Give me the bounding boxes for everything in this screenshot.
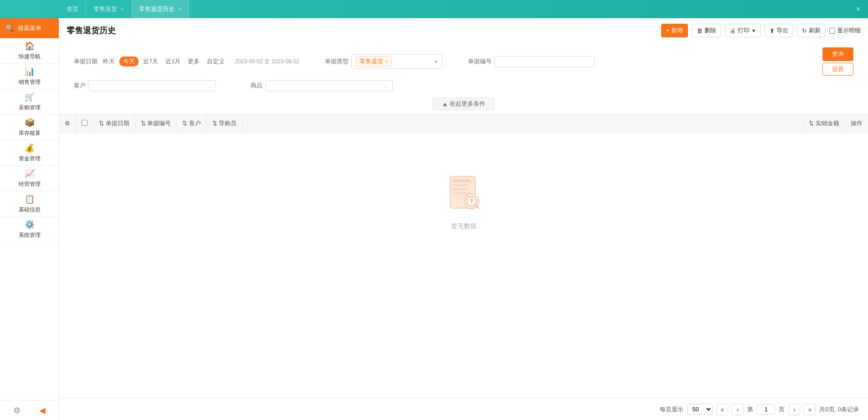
col-doc-date-label: ⇅ 单据日期 [99, 119, 129, 128]
search-menu-button[interactable]: 🔍 搜索菜单 [0, 18, 59, 38]
date-opt-more[interactable]: 更多 [185, 56, 202, 67]
col-customer-sort[interactable]: ⇅ 客户 [182, 119, 201, 128]
collapse-sidebar-icon[interactable]: ◀ [39, 405, 46, 415]
goods-filter-item: 商品 ... [251, 80, 393, 91]
prev-page-button[interactable]: ‹ [732, 404, 744, 415]
window-close-button[interactable]: × [856, 5, 861, 14]
col-actual-amount-sort[interactable]: ⇅ 实销金额 [809, 119, 839, 128]
col-guide[interactable]: ⇅ 导购员 [206, 114, 242, 133]
col-check[interactable] [76, 114, 93, 133]
collapse-button[interactable]: ▲ 收起更多条件 [432, 97, 495, 110]
sidebar-item-sales-label: 销售管理 [19, 78, 41, 86]
date-range-text: 2023-06-02 至 2023-06-02 [235, 58, 299, 66]
sidebar-item-quick-nav[interactable]: 🏠 快捷导航 [0, 38, 59, 64]
sidebar-item-inventory[interactable]: 📦 库存核算 [0, 115, 59, 140]
page-header: 零售退货历史 + 新增 🗑 删除 🖨 打印 ▼ ⬆ 导出 ↻ [59, 18, 868, 114]
goods-input-container[interactable]: ... [265, 80, 393, 91]
date-opt-today[interactable]: 今天 [119, 56, 139, 67]
toolbar: + 新增 🗑 删除 🖨 打印 ▼ ⬆ 导出 ↻ 刷新 [661, 24, 861, 37]
col-doc-number-label: ⇅ 单据编号 [141, 119, 171, 128]
sidebar-item-finance[interactable]: 💰 资金管理 [0, 140, 59, 166]
goods-more-icon: ... [384, 82, 389, 89]
display-detail-input[interactable] [829, 28, 835, 34]
date-filter-label: 单据日期 [74, 57, 98, 66]
settings-icon[interactable]: ⚙ [65, 120, 70, 127]
tab-home[interactable]: 首页 [59, 0, 86, 18]
customer-input-container[interactable]: ... [88, 80, 216, 91]
main-content: 零售退货历史 + 新增 🗑 删除 🖨 打印 ▼ ⬆ 导出 ↻ [59, 18, 868, 420]
col-doc-number[interactable]: ⇅ 单据编号 [135, 114, 177, 133]
collapse-row: ▲ 收起更多条件 [74, 96, 853, 114]
date-opt-yesterday[interactable]: 昨天 [100, 56, 118, 67]
customer-filter-item: 客户 ... [74, 80, 216, 91]
doc-number-input[interactable] [494, 56, 595, 67]
doc-type-select-container[interactable]: 零售退货 × ▼ [351, 54, 442, 69]
col-guide-sort[interactable]: ⇅ 导购员 [212, 119, 237, 128]
date-opt-7days[interactable]: 近7天 [140, 56, 161, 67]
sidebar-item-basic-info[interactable]: 📋 基础信息 [0, 191, 59, 217]
display-detail-checkbox[interactable]: 显示明细 [829, 26, 861, 35]
query-button[interactable]: 查询 [822, 47, 853, 61]
total-records-label: 共0页, 0条记录 [819, 405, 859, 414]
new-button[interactable]: + 新增 [661, 24, 688, 37]
col-actual-amount[interactable]: ⇅ 实销金额 [803, 114, 845, 133]
page-size-label: 每页显示 [660, 405, 683, 414]
tab-retail-return-close[interactable]: × [121, 6, 124, 12]
svg-rect-4 [452, 192, 470, 195]
sidebar-item-operations-label: 经营管理 [19, 180, 41, 188]
date-opt-custom[interactable]: 自定义 [204, 56, 227, 67]
table-header-row: ⚙ ⇅ 单据日期 ⇅ 单据编号 [59, 114, 868, 133]
pagination-bar: 每页显示 50 100 200 « ‹ 第 页 › » 共0页, 0条记录 [59, 398, 868, 420]
export-button[interactable]: ⬆ 导出 [765, 24, 793, 37]
col-customer[interactable]: ⇅ 客户 [177, 114, 207, 133]
filter-area: 单据日期 昨天 今天 近7天 近1月 更多 自定义 2023-06-02 至 2… [67, 43, 861, 114]
col-doc-date-sort[interactable]: ⇅ 单据日期 [99, 119, 129, 128]
sidebar-item-purchase-label: 采购管理 [19, 104, 41, 112]
top-bar: 首页 零售退货 × 零售退货历史 × × [0, 0, 868, 18]
inventory-icon: 📦 [25, 118, 35, 128]
query-buttons: 查询 设置 [822, 47, 853, 76]
select-all-checkbox[interactable] [82, 120, 87, 126]
tab-retail-return[interactable]: 零售退货 × [86, 0, 132, 18]
col-doc-number-sort[interactable]: ⇅ 单据编号 [141, 119, 171, 128]
sidebar-item-purchase-mgmt[interactable]: 🛒 采购管理 [0, 89, 59, 115]
date-opt-1month[interactable]: 近1月 [163, 56, 183, 67]
date-filter-item: 单据日期 昨天 今天 近7天 近1月 更多 自定义 [74, 56, 227, 67]
goods-filter-label: 商品 [251, 82, 262, 90]
tab-home-label: 首页 [67, 5, 78, 13]
tab-retail-return-history[interactable]: 零售退货历史 × [132, 0, 189, 18]
delete-button[interactable]: 🗑 删除 [692, 24, 721, 37]
refresh-button[interactable]: ↻ 刷新 [797, 24, 826, 37]
settings-button[interactable]: 设置 [822, 63, 853, 76]
page-title: 零售退货历史 [67, 25, 116, 36]
tab-retail-return-history-label: 零售退货历史 [139, 5, 175, 13]
sidebar-item-inventory-label: 库存核算 [19, 129, 41, 137]
last-page-button[interactable]: » [804, 404, 816, 415]
filter-row-1: 单据日期 昨天 今天 近7天 近1月 更多 自定义 2023-06-02 至 2… [74, 47, 853, 76]
sidebar-item-sales-mgmt[interactable]: 📊 销售管理 [0, 64, 59, 89]
settings-bottom-icon[interactable]: ⚙ [13, 405, 21, 415]
next-page-button[interactable]: › [788, 404, 800, 415]
sidebar-item-system-mgmt[interactable]: ⚙️ 系统管理 [0, 217, 59, 242]
doc-type-filter-item: 单据类型 零售退货 × ▼ [325, 54, 442, 69]
empty-row: 暂无数据 [59, 133, 868, 267]
doc-number-label: 单据编号 [468, 57, 492, 66]
page-number-input[interactable] [757, 404, 775, 415]
col-doc-date[interactable]: ⇅ 单据日期 [93, 114, 135, 133]
empty-cell: 暂无数据 [59, 133, 868, 267]
collapse-icon: ▲ [442, 101, 448, 108]
col-guide-label: ⇅ 导购员 [212, 119, 237, 128]
sidebar-item-quick-nav-label: 快捷导航 [19, 53, 41, 61]
sidebar-item-operations[interactable]: 📈 经营管理 [0, 166, 59, 191]
col-settings[interactable]: ⚙ [59, 114, 76, 133]
data-table: ⚙ ⇅ 单据日期 ⇅ 单据编号 [59, 114, 868, 267]
system-icon: ⚙️ [25, 220, 35, 230]
delete-icon: 🗑 [697, 27, 703, 34]
doc-type-tag-close[interactable]: × [385, 59, 388, 64]
print-button[interactable]: 🖨 打印 ▼ [725, 24, 761, 37]
first-page-button[interactable]: « [716, 404, 728, 415]
svg-rect-3 [452, 188, 466, 190]
page-size-select[interactable]: 50 100 200 [687, 404, 713, 415]
sales-icon: 📊 [25, 67, 35, 77]
tab-retail-return-history-close[interactable]: × [178, 6, 181, 12]
